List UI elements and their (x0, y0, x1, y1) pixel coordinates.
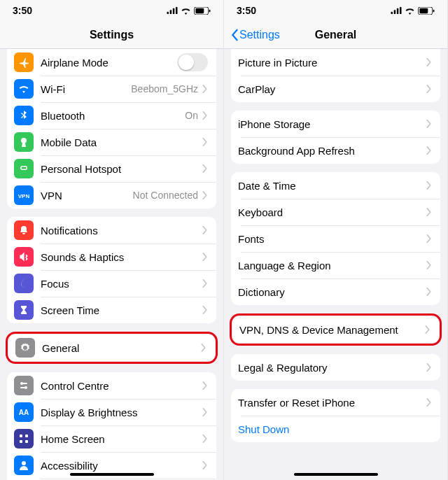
chevron-right-icon (426, 398, 432, 407)
back-button[interactable]: Settings (230, 29, 280, 41)
chevron-right-icon (425, 325, 430, 334)
row-label: Personal Hotspot (41, 163, 202, 175)
list-row[interactable]: Keyboard (231, 199, 440, 225)
vpn-icon: VPN (14, 185, 34, 205)
chevron-right-icon (202, 461, 208, 470)
signal-icon (167, 7, 178, 14)
chevron-right-icon (202, 306, 208, 314)
list-row[interactable]: Personal Hotspot (7, 155, 216, 182)
status-icons (167, 7, 211, 15)
bell-icon (14, 220, 34, 240)
row-label: Keyboard (238, 206, 426, 218)
settings-content[interactable]: Airplane ModeWi-FiBeebom_5GHzBluetoothOn… (0, 49, 223, 480)
svg-rect-1 (170, 10, 172, 14)
list-row[interactable]: Transfer or Reset iPhone (231, 389, 440, 416)
general-group-legal: Legal & Regulatory (231, 354, 440, 381)
svg-rect-3 (176, 7, 178, 14)
list-row[interactable]: AADisplay & Brightness (7, 399, 216, 425)
status-icons (391, 7, 435, 15)
toggle-switch[interactable] (177, 53, 208, 71)
list-row[interactable]: Notifications (7, 217, 216, 243)
general-group-pip: Picture in PictureCarPlay (231, 49, 440, 102)
svg-rect-23 (391, 12, 393, 14)
svg-point-10 (24, 386, 27, 389)
row-label: VPN (41, 190, 133, 202)
settings-group-connectivity: Airplane ModeWi-FiBeebom_5GHzBluetoothOn… (7, 49, 216, 209)
list-row[interactable]: Wi-FiBeebom_5GHz (7, 76, 216, 102)
svg-rect-25 (397, 8, 399, 14)
general-content[interactable]: Picture in PictureCarPlay iPhone Storage… (224, 49, 447, 480)
page-title: General (315, 29, 357, 41)
settings-screen: 3:50 Settings Airplane ModeWi-FiBeebom_5… (0, 0, 224, 480)
list-row[interactable]: Picture in Picture (231, 49, 440, 76)
home-indicator[interactable] (294, 473, 378, 476)
chevron-right-icon (426, 234, 432, 243)
list-row[interactable]: Date & Time (231, 172, 440, 199)
svg-rect-29 (433, 9, 435, 12)
status-time: 3:50 (13, 5, 32, 16)
list-row[interactable]: Language & Region (231, 252, 440, 278)
chevron-right-icon (202, 435, 208, 443)
row-detail: On (185, 110, 198, 121)
row-detail: Beebom_5GHz (131, 83, 198, 94)
row-label: Sounds & Haptics (41, 251, 202, 263)
chevron-right-icon (426, 363, 432, 372)
list-row[interactable]: Control Centre (7, 372, 216, 399)
list-row[interactable]: iPhone Storage (231, 111, 440, 137)
nav-bar: Settings (0, 21, 223, 49)
chevron-right-icon (201, 344, 206, 352)
list-row[interactable]: Sounds & Haptics (7, 243, 216, 270)
row-label: Screen Time (41, 304, 202, 316)
row-label: Background App Refresh (238, 145, 426, 157)
chevron-right-icon (202, 279, 208, 288)
chevron-right-icon (202, 226, 208, 234)
list-row[interactable]: VPNVPNNot Connected (7, 182, 216, 209)
row-label: Notifications (41, 225, 202, 237)
list-row[interactable]: Home Screen (7, 425, 216, 452)
row-label: Mobile Data (41, 136, 202, 148)
chevron-right-icon (202, 381, 208, 390)
link-icon (14, 159, 34, 178)
list-row[interactable]: BluetoothOn (7, 102, 216, 129)
list-row[interactable]: General (8, 334, 215, 361)
wifi-icon (405, 7, 415, 15)
switches-icon (14, 376, 34, 395)
list-row[interactable]: Dictionary (231, 278, 440, 305)
general-group-storage: iPhone StorageBackground App Refresh (231, 111, 440, 164)
list-row[interactable]: VPN, DNS & Device Management (232, 316, 439, 343)
row-label: VPN, DNS & Device Management (239, 324, 425, 336)
person-icon (14, 456, 34, 475)
moon-icon (14, 274, 34, 293)
list-row[interactable]: Screen Time (7, 297, 216, 323)
home-indicator[interactable] (70, 473, 154, 476)
highlight-general: General (6, 332, 218, 364)
row-label: iPhone Storage (238, 118, 426, 130)
battery-icon (194, 7, 211, 15)
list-row[interactable]: Legal & Regulatory (231, 354, 440, 381)
list-row[interactable]: Airplane Mode (7, 49, 216, 76)
row-label: Shut Down (238, 423, 432, 435)
row-label: General (42, 342, 201, 354)
row-label: Focus (41, 278, 202, 290)
list-row[interactable]: Background App Refresh (231, 137, 440, 164)
svg-rect-16 (25, 440, 28, 443)
list-row[interactable]: Mobile Data (7, 129, 216, 155)
list-row[interactable]: Shut Down (231, 416, 440, 442)
chevron-right-icon (202, 138, 208, 146)
list-row[interactable]: Focus (7, 270, 216, 297)
row-label: Accessibility (41, 460, 202, 472)
chevron-right-icon (426, 288, 432, 296)
antenna-icon (14, 132, 34, 152)
row-detail: Not Connected (133, 190, 198, 201)
status-time: 3:50 (237, 5, 256, 16)
row-label: CarPlay (238, 83, 426, 95)
list-row[interactable]: Fonts (231, 225, 440, 252)
list-row[interactable]: CarPlay (231, 76, 440, 102)
row-label: Home Screen (41, 433, 202, 445)
row-label: Control Centre (41, 380, 202, 392)
highlight-vpn-dns: VPN, DNS & Device Management (230, 313, 442, 346)
back-label: Settings (239, 29, 280, 41)
chevron-right-icon (202, 408, 208, 416)
svg-rect-14 (25, 435, 28, 437)
svg-rect-5 (195, 8, 204, 13)
